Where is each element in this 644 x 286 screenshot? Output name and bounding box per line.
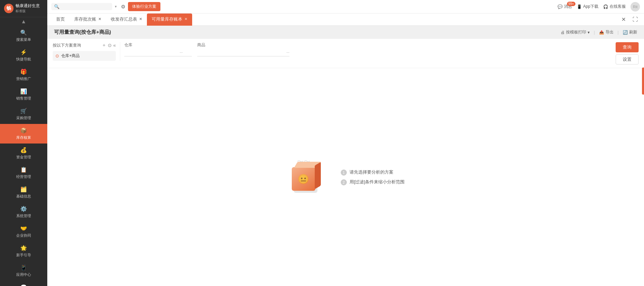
chart-icon: 📊: [20, 88, 27, 95]
window-maximize-btn[interactable]: ⛶: [630, 16, 640, 23]
scheme-collapse-btn[interactable]: «: [113, 42, 116, 48]
cart-icon: 🛒: [20, 108, 27, 114]
sidebar-label-shortcut: 快捷导航: [16, 57, 31, 62]
sidebar-item-marketing[interactable]: 🎁 营销推广: [0, 65, 47, 85]
sidebar-item-basic-info[interactable]: 🗂️ 基础信息: [0, 183, 47, 202]
setting-button[interactable]: 设置: [616, 54, 639, 64]
solution-button[interactable]: 体验行业方案: [128, 2, 160, 11]
sidebar-label-enterprise: 企业协同: [16, 233, 31, 238]
smoke-decoration: 〜〜: [297, 157, 310, 166]
export-action[interactable]: 📤 导出: [599, 29, 614, 35]
tab-batch-account[interactable]: 库存批次账 ✕: [70, 14, 106, 26]
sidebar-item-purchase[interactable]: 🛒 采购管理: [0, 104, 47, 124]
sidebar-item-wechat[interactable]: 💬 企业微信: [0, 281, 47, 286]
user-name: Rit: [633, 5, 637, 9]
divider1: |: [594, 30, 595, 35]
query-button[interactable]: 查询: [616, 42, 639, 52]
warehouse-input-wrapper[interactable]: ···: [124, 49, 192, 56]
product-input[interactable]: [197, 50, 285, 55]
box-side: [315, 162, 321, 189]
message-badge: 99+: [567, 2, 575, 6]
download-icon: 📱: [577, 4, 582, 9]
sidebar-label-search: 搜索菜单: [16, 37, 31, 42]
sidebar-item-sales[interactable]: 📊 销售管理: [0, 85, 47, 104]
app-version: 标准版: [16, 9, 40, 14]
window-buttons: ✕ ⛶: [619, 16, 640, 23]
box-front: 😐: [292, 167, 315, 191]
phone-icon: 📱: [20, 264, 27, 271]
topbar: 🔍 ▾ ⚙ 体验行业方案 💬 消息 99+ 📱 App下载 🎧 在线客服 Rit: [47, 0, 644, 14]
sidebar-logo: 畅 畅康通好生意 标准版: [0, 0, 47, 17]
window-close-btn[interactable]: ✕: [619, 16, 628, 23]
chevron-down-icon[interactable]: ▾: [115, 4, 117, 9]
sidebar-item-operations[interactable]: 📋 经营管理: [0, 163, 47, 183]
sidebar-label-inventory: 库存核算: [16, 135, 31, 140]
query-actions: 查询 设置: [616, 42, 639, 64]
warehouse-ellipsis[interactable]: ···: [180, 50, 183, 54]
scheme-title: 按以下方案查询: [53, 43, 81, 48]
page-header: 可用量查询(按仓库+商品) 🖨 按模板打印 ▾ | 📤 导出 | 🔄 刷新: [47, 26, 644, 39]
sidebar-item-finance[interactable]: 💰 资金管理: [0, 144, 47, 163]
sidebar-label-basic-info: 基础信息: [16, 194, 31, 199]
sidebar-label-system: 系统管理: [16, 213, 31, 218]
tab-collection-summary[interactable]: 收发存汇总表 ✕: [106, 14, 147, 26]
sidebar-scroll-up[interactable]: ▲: [0, 17, 47, 26]
topbar-actions: 💬 消息 99+ 📱 App下载 🎧 在线客服 Rit: [558, 2, 640, 11]
tab-collection-close[interactable]: ✕: [139, 17, 142, 21]
page-title: 可用量查询(按仓库+商品): [54, 29, 111, 35]
scheme-item-icon: ⊙: [55, 53, 59, 58]
sidebar-item-app-center[interactable]: 📱 应用中心: [0, 261, 47, 281]
tab-home[interactable]: 首页: [51, 14, 70, 26]
sidebar-item-shortcut[interactable]: ⚡ 快捷导航: [0, 46, 47, 65]
empty-text-area: 1 请先选择要分析的方案 2 用[过滤]条件来缩小分析范围: [341, 169, 405, 185]
export-label: 导出: [606, 29, 614, 35]
product-ellipsis[interactable]: ···: [286, 50, 289, 54]
scheme-add-btn[interactable]: ＋: [102, 42, 106, 48]
app-logo-icon: 畅: [4, 4, 14, 13]
print-icon: 🖨: [561, 30, 565, 35]
tab-available-close[interactable]: ✕: [184, 17, 187, 21]
search-icon: 🔍: [54, 4, 59, 9]
message-button[interactable]: 💬 消息 99+: [558, 4, 572, 9]
app-download-label: App下载: [583, 4, 598, 9]
empty-state: 😐 〜〜 1 请先选择要分析的方案 2 用[过滤]条件来缩小分析范: [47, 68, 644, 286]
page-header-actions: 🖨 按模板打印 ▾ | 📤 导出 | 🔄 刷新: [561, 29, 637, 35]
settings-icon[interactable]: ⚙: [121, 4, 125, 10]
sidebar-item-newbie[interactable]: 🌟 新手引导: [0, 241, 47, 261]
gear-icon: ⚙️: [20, 206, 27, 212]
divider2: |: [618, 30, 619, 35]
topbar-search-box[interactable]: 🔍: [51, 3, 112, 10]
scheme-item-warehouse-product[interactable]: ⊙ 仓库+商品: [53, 51, 116, 61]
print-action[interactable]: 🖨 按模板打印 ▾: [561, 29, 590, 35]
sidebar-item-inventory[interactable]: 📦 库存核算: [0, 124, 47, 144]
user-avatar[interactable]: Rit: [630, 2, 640, 11]
export-icon: 📤: [599, 30, 604, 35]
scheme-item-label: 仓库+商品: [61, 53, 80, 59]
warehouse-label: 仓库: [124, 42, 192, 48]
product-input-wrapper[interactable]: ···: [197, 49, 289, 56]
sidebar-label-marketing: 营销推广: [16, 76, 31, 81]
tab-available-ledger[interactable]: 可用量库存账本 ✕: [147, 14, 192, 26]
app-download-button[interactable]: 📱 App下载: [577, 4, 598, 9]
folder-icon: 🗂️: [20, 186, 27, 192]
sidebar-item-system[interactable]: ⚙️ 系统管理: [0, 202, 47, 222]
empty-hint-1: 1 请先选择要分析的方案: [341, 169, 405, 176]
filter-fields: 仓库 ··· 商品 ···: [124, 42, 612, 56]
online-service-label: 在线客服: [610, 4, 626, 9]
tab-home-label: 首页: [56, 16, 65, 22]
warehouse-input[interactable]: [124, 50, 178, 55]
print-chevron: ▾: [588, 30, 590, 35]
tab-available-label: 可用量库存账本: [152, 16, 182, 22]
tab-batch-close[interactable]: ✕: [98, 17, 101, 21]
handshake-icon: 🤝: [20, 225, 27, 232]
main-content: 🔍 ▾ ⚙ 体验行业方案 💬 消息 99+ 📱 App下载 🎧 在线客服 Rit: [47, 0, 644, 286]
sidebar-item-enterprise[interactable]: 🤝 企业协同: [0, 222, 47, 241]
online-service-button[interactable]: 🎧 在线客服: [603, 4, 626, 9]
right-bar-accent: [642, 68, 644, 95]
sidebar-item-search[interactable]: 🔍 搜索菜单: [0, 26, 47, 46]
clipboard-icon: 📋: [20, 166, 27, 173]
search-input[interactable]: [61, 4, 105, 9]
scheme-settings-btn[interactable]: ⊙: [108, 42, 112, 48]
refresh-action[interactable]: 🔄 刷新: [623, 29, 637, 35]
star-icon: 🌟: [20, 245, 27, 251]
